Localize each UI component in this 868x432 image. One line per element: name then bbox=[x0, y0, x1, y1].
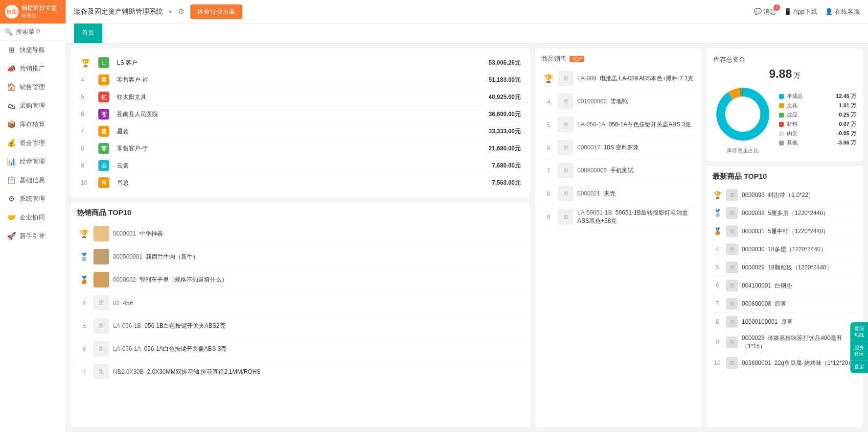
legend: 半成品 12.45 万 文具 1.01 万 成品 0.25 万 材料 0.07 … bbox=[779, 93, 856, 146]
online-service-button[interactable]: 👤 在线客服 bbox=[825, 7, 860, 16]
sidebar-item-finance[interactable]: 💰 资金管理 bbox=[0, 134, 66, 152]
logo-name: 畅捷通好生意 bbox=[22, 4, 57, 12]
mid-top-badge: TOP bbox=[570, 56, 584, 62]
tab-home[interactable]: 首页 bbox=[74, 24, 102, 43]
chart-label: 库存资金占比 bbox=[713, 147, 772, 154]
inventory-unit: 万 bbox=[794, 72, 800, 79]
customer-service-button[interactable]: 客服热线 bbox=[850, 322, 868, 341]
inventory-card: 库存总资金 9.88 万 bbox=[707, 48, 863, 161]
dropdown-icon[interactable]: ▾ bbox=[169, 8, 172, 15]
sidebar-item-marketing[interactable]: 📣 营销推广 bbox=[0, 59, 66, 78]
table-row: 🏆 L LS 客户 53,006.26元 bbox=[77, 54, 525, 72]
system-title: 装备及固定资产辅助管理系统 bbox=[74, 7, 163, 16]
mid-products-list: 🏆 图 LA-089 电池盖 LA-089 ABS本色+黑种 7.1克 4 图 … bbox=[541, 67, 696, 229]
sidebar-item-guide[interactable]: 🚀 新手引导 bbox=[0, 227, 66, 245]
new-products-card: 最新商品 TOP10 🏆 图 0000033 封边带（1.0*22） 🥈 图 0… bbox=[707, 166, 863, 427]
header: 装备及固定资产辅助管理系统 ▾ ⚙ 体验行业方案 💬 消息 6 📱 App下载 … bbox=[66, 0, 868, 24]
sidebar-item-system[interactable]: ⚙ 系统管理 bbox=[0, 190, 66, 208]
inventory-icon: 📦 bbox=[7, 120, 16, 129]
list-item: 5 图 LA-056-1A 056-1A白色按键开关盖ABS 3克 bbox=[541, 113, 696, 136]
top-customers-table: 🏆 L LS 客户 53,006.26元 4 零 零售客户-许 51,183.0… bbox=[77, 54, 525, 192]
sidebar-label-cooperation: 企业协同 bbox=[20, 213, 45, 222]
list-item: 4 图 01 45# bbox=[77, 291, 525, 314]
sidebar-label-purchase: 采购管理 bbox=[20, 101, 45, 110]
hot-products-list: 🏆 0000001 中华神器 🥈 000500001 新西兰牛肉（新牛） 🥉 0… bbox=[77, 222, 525, 379]
message-icon: 💬 bbox=[754, 8, 762, 15]
sidebar-label-operation: 经营管理 bbox=[20, 157, 45, 166]
list-item: 5 图 0000029 18颗粒板（1220*2440） bbox=[712, 259, 857, 277]
list-item: 🏆 0000001 中华神器 bbox=[77, 222, 525, 245]
tab-bar: 首页 bbox=[66, 24, 868, 44]
list-item: 🏆 图 LA-089 电池盖 LA-089 ABS本色+黑种 7.1克 bbox=[541, 67, 696, 90]
legend-item: 材料 0.07 万 bbox=[779, 120, 856, 128]
operation-icon: 📊 bbox=[7, 157, 16, 166]
list-item: 4 图 001000002 雪地靴 bbox=[541, 90, 696, 113]
list-item: 6 图 0000017 10S 变料罗浆 bbox=[541, 136, 696, 159]
message-button[interactable]: 💬 消息 6 bbox=[754, 7, 777, 16]
trial-button[interactable]: 体验行业方案 bbox=[190, 4, 242, 19]
sidebar-search[interactable]: 🔍 搜索菜单 bbox=[0, 24, 66, 41]
sidebar-item-sales[interactable]: 🏠 销售管理 bbox=[0, 78, 66, 96]
app-download-label: App下载 bbox=[793, 8, 817, 15]
donut-chart bbox=[713, 85, 772, 144]
legend-item: 半成品 12.45 万 bbox=[779, 93, 856, 100]
list-item: 🥈 000500001 新西兰牛肉（新牛） bbox=[77, 245, 525, 268]
list-item: 🥉 图 0000031 5厘中纤（1220*2440） bbox=[712, 222, 857, 240]
sidebar-item-cooperation[interactable]: 🤝 企业协同 bbox=[0, 208, 66, 227]
logo-edition: 标准版 bbox=[22, 12, 57, 19]
top-customers-card: 🏆 L LS 客户 53,006.26元 4 零 零售客户-许 51,183.0… bbox=[71, 48, 530, 197]
main-content: 首页 🏆 L LS 客户 53,006.26元 4 零 零售客户-许 51,18… bbox=[66, 24, 868, 432]
marketing-icon: 📣 bbox=[7, 64, 16, 73]
list-item: 7 图 000800005 手机测试 bbox=[541, 159, 696, 182]
legend-item: 其他 -3.86 万 bbox=[779, 139, 856, 146]
system-icon: ⚙ bbox=[7, 194, 16, 203]
new-products-list: 🏆 图 0000033 封边带（1.0*22） 🥈 图 0000032 5厘多层… bbox=[712, 186, 857, 372]
sidebar-label-basic-info: 基础信息 bbox=[20, 176, 45, 185]
hot-products-card: 热销商品 TOP10 🏆 0000001 中华神器 🥈 000500001 新西… bbox=[71, 202, 530, 427]
sidebar-item-quick-nav[interactable]: ⊞ 快捷导航 bbox=[0, 41, 66, 59]
basic-info-icon: 📋 bbox=[7, 176, 16, 185]
sidebar-label-quick-nav: 快捷导航 bbox=[20, 46, 45, 54]
list-item: 9 图 LA-59651-1B 59651-1B旋转投影灯电池盒ABS黑色+58… bbox=[541, 205, 696, 229]
mid-panel-title: 商品销售 bbox=[541, 54, 567, 63]
service-community-button[interactable]: 服务社区 bbox=[850, 341, 868, 360]
list-item: 9 图 0000028 体媒嘉枝味苏打饮品400毫升（1*15） bbox=[712, 331, 857, 354]
search-label: 搜索菜单 bbox=[16, 27, 41, 36]
content-area: 🏆 L LS 客户 53,006.26元 4 零 零售客户-许 51,183.0… bbox=[66, 44, 868, 432]
float-buttons: 客服热线 服务社区 直亩 bbox=[850, 322, 868, 373]
legend-item: 肉类 -0.05 万 bbox=[779, 130, 856, 137]
list-item: 7 图 NB2.0X30B 2.0X30MM双搓花轴.搓花直径2.1MM/ROH… bbox=[77, 360, 525, 379]
list-item: 🥉 0000002 智利车子里（规格不知道填什么） bbox=[77, 268, 525, 291]
message-badge: 6 bbox=[774, 4, 780, 11]
list-item: 🏆 图 0000033 封边带（1.0*22） bbox=[712, 186, 857, 204]
sidebar-item-basic-info[interactable]: 📋 基础信息 bbox=[0, 171, 66, 190]
sidebar-item-purchase[interactable]: 🛍 采购管理 bbox=[0, 96, 66, 115]
cooperation-icon: 🤝 bbox=[7, 213, 16, 222]
mid-panel: 商品销售 TOP 🏆 图 LA-089 电池盖 LA-089 ABS本色+黑种 … bbox=[535, 48, 702, 427]
sidebar-item-operation[interactable]: 📊 经营管理 bbox=[0, 152, 66, 171]
table-row: 7 星 星扬 33,333.00元 bbox=[77, 123, 525, 140]
list-item: 10 图 003800001 22g鱼豆腐-烧烤味（1*12*20） bbox=[712, 354, 857, 372]
app-download-icon: 📱 bbox=[784, 8, 792, 15]
table-row: 4 零 零售客户-许 51,183.00元 bbox=[77, 72, 525, 89]
list-item: 🥈 图 0000032 5厘多层（1220*2440） bbox=[712, 204, 857, 222]
table-row: 10 肖 肖总 7,563.00元 bbox=[77, 174, 525, 192]
sidebar-label-system: 系统管理 bbox=[20, 194, 45, 203]
list-item: 6 图 004100001 白钢垫 bbox=[712, 277, 857, 295]
table-row: 5 红 红太阳文具 40,925.00元 bbox=[77, 89, 525, 106]
legend-item: 文具 1.01 万 bbox=[779, 102, 856, 109]
svg-point-1 bbox=[721, 92, 765, 136]
list-item: 4 图 0000030 18多层（1220*2440） bbox=[712, 240, 857, 259]
list-item: 6 图 LA-056-1A 056-1A白色按键开关盖ABS 3壳 bbox=[77, 337, 525, 360]
sidebar-item-inventory[interactable]: 📦 库存核算 bbox=[0, 115, 66, 134]
inventory-amount: 9.88 bbox=[769, 67, 792, 80]
hot-products-title: 热销商品 TOP10 bbox=[77, 208, 525, 217]
sales-icon: 🏠 bbox=[7, 83, 16, 92]
app-download-button[interactable]: 📱 App下载 bbox=[784, 7, 817, 16]
sidebar-label-finance: 资金管理 bbox=[20, 139, 45, 147]
new-products-title: 最新商品 TOP10 bbox=[712, 172, 857, 181]
right-panel: 库存总资金 9.88 万 bbox=[707, 48, 863, 427]
logo-icon: 好生 bbox=[5, 5, 19, 19]
settings-icon[interactable]: ⚙ bbox=[178, 7, 184, 16]
direct-button[interactable]: 直亩 bbox=[850, 360, 868, 373]
